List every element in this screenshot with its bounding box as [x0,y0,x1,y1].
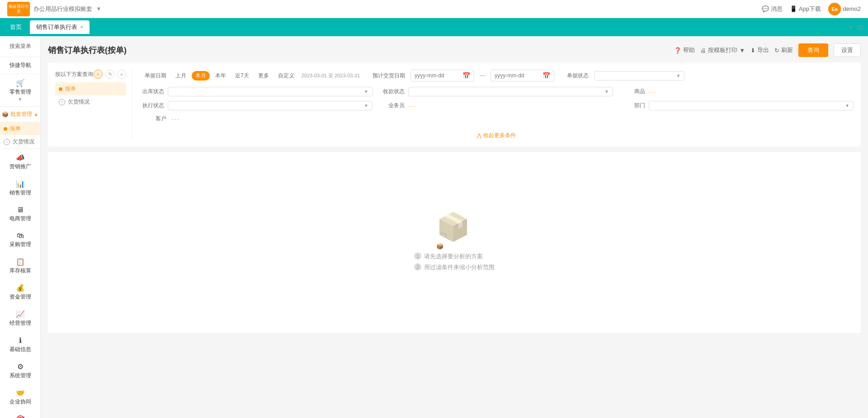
print-icon: 🖨 [700,47,706,54]
sidebar-sub-欠货情况[interactable]: ○ 欠货情况 [0,135,40,148]
active-dot [4,127,7,131]
window-close-button[interactable]: × [847,24,854,31]
empty-tips: 1 请先选择要分析的方案 2 用过滤条件来缩小分析范围 [414,252,495,274]
filter-left-title: 按以下方案查询 + ✎ « [55,70,126,79]
collapse-row: ⋀ 收起更多条件 [139,128,854,139]
add-scheme-button[interactable]: + [94,70,103,79]
status-chevron-icon: ▼ [676,73,680,78]
empty-tip-2: 2 用过滤条件来缩小分析范围 [414,263,495,271]
refresh-button[interactable]: ↻ 刷新 [774,46,793,54]
sidebar-item-quick-nav[interactable]: 快捷导航 [0,57,40,74]
purchase-icon: 🛍 [17,232,24,240]
sidebar-item-ecommerce[interactable]: 🖥 电商管理 [0,201,40,227]
payment-status-label: 收款状态 [380,88,405,95]
filter-row-3: 执行状态 ▼ 业务员 ··· 部门 [139,101,854,110]
sidebar-section-retail: 🛒 零售管理 ▼ [0,74,40,107]
empty-state: 📦 1 请先选择要分析的方案 2 用过滤条件来缩小分析范围 [48,152,861,333]
search-menu-button[interactable]: 搜索菜单 [4,40,37,53]
export-icon: ⬇ [750,47,755,54]
settings-button[interactable]: 设置 [834,43,861,57]
top-bar-title-arrow[interactable]: ▼ [96,5,102,12]
filter-row-date: 单据日期 上月 本月 本年 近7天 更多 自定义 2023-03-01 至 20… [139,70,854,81]
date-tab-custom[interactable]: 自定义 [274,71,298,81]
tab-close-icon[interactable]: × [80,24,83,30]
collapse-button[interactable]: ⋀ 收起更多条件 [477,132,516,139]
scheme-欠货情况[interactable]: ○ 欠货情况 [55,95,126,109]
sidebar-item-wholesale[interactable]: 📦 批发管理 ▲ [0,107,40,122]
sidebar-item-system[interactable]: ⚙ 系统管理 [0,358,40,384]
dept-chevron-icon: ▼ [845,103,849,108]
print-button[interactable]: 🖨 按模板打印 ▼ [700,46,745,54]
exec-chevron-icon: ▼ [364,103,368,108]
end-date-input[interactable] [495,72,540,79]
sidebar-item-finance[interactable]: 💰 资金管理 [0,279,40,305]
marketing-icon: 📣 [16,153,25,162]
finance-icon: 💰 [16,284,25,292]
scheme-按单[interactable]: 按单 [55,82,126,95]
sidebar-item-sales[interactable]: 📊 销售管理 [0,175,40,201]
message-icon: 💬 [762,5,769,12]
retail-icon: 🛒 [16,79,25,87]
stock-status-label: 出库状态 [139,88,164,95]
message-button[interactable]: 💬 消息 [762,5,783,13]
stock-status-select[interactable]: ▼ [168,87,373,96]
operations-icon: 📈 [16,310,25,318]
collapse-left-button[interactable]: « [117,70,126,79]
sidebar-section-wholesale: 📦 批发管理 ▲ 按单 ○ 欠货情况 [0,107,40,149]
sidebar-item-marketing[interactable]: 📣 营销推广 [0,149,40,175]
sales-icon: 📊 [16,180,25,188]
inventory-icon: 📋 [16,257,25,266]
sidebar-item-enterprise[interactable]: 🤝 企业协同 [0,384,40,410]
edit-scheme-button[interactable]: ✎ [105,70,114,79]
forecast-date-label: 预计交货日期 [373,72,405,80]
top-bar-title: 办公用品行业模拟账套 [33,5,92,13]
enterprise-icon: 🤝 [16,389,25,397]
tip-num-2: 2 [414,263,421,271]
date-tab-this-year[interactable]: 本年 [212,71,230,81]
sidebar-item-basic[interactable]: ℹ 基础信息 [0,332,40,358]
help-button[interactable]: ❓ 帮助 [674,46,695,54]
date-range-text: 2023-03-01 至 2023-03-31 [302,72,360,79]
sidebar-item-inventory[interactable]: 📋 库存核算 [0,253,40,279]
top-bar-right: 💬 消息 📱 App下载 Ea demo2 [762,3,861,15]
filter-left-icons: + ✎ « [94,70,126,79]
collapse-chevron-icon: ⋀ [477,133,481,139]
filter-cell-goods: 商品 ··· [620,87,854,96]
start-cal-icon[interactable]: 📅 [462,72,470,79]
filter-right-panel: 单据日期 上月 本月 本年 近7天 更多 自定义 2023-03-01 至 20… [132,70,854,139]
payment-status-select[interactable]: ▼ [408,87,613,96]
inactive-scheme-circle: ○ [59,99,65,105]
user-menu[interactable]: Ea demo2 [828,3,861,15]
salesperson-picker-button[interactable]: ··· [408,102,416,109]
newbie-icon: 🎯 [16,415,25,418]
wholesale-icon: 📦 [2,111,9,118]
status-select[interactable]: ▼ [594,71,684,81]
avatar: Ea [828,3,841,15]
customer-picker-button[interactable]: ··· [172,115,180,123]
start-date-input-box: 📅 [410,70,474,81]
date-tab-more[interactable]: 更多 [255,71,273,81]
date-tab-7days[interactable]: 近7天 [231,71,253,81]
date-tab-this-month[interactable]: 本月 [192,71,210,81]
main-layout: 搜索菜单 快捷导航 🛒 零售管理 ▼ 📦 批发管理 ▲ 按单 ○ [0,36,868,418]
window-restore-button[interactable]: ⊡ [857,24,864,31]
tab-home[interactable]: 首页 [4,20,28,34]
filter-card: 按以下方案查询 + ✎ « [48,62,861,147]
export-button[interactable]: ⬇ 导出 [750,46,769,54]
dept-select[interactable]: ▼ [649,101,854,110]
goods-picker-button[interactable]: ··· [649,88,657,95]
tab-sales-order[interactable]: 销售订单执行表 × [30,20,90,34]
content-area: 销售订单执行表(按单) ❓ 帮助 🖨 按模板打印 ▼ ⬇ 导出 ↻ 刷新 [41,36,868,418]
ecommerce-icon: 🖥 [17,206,24,214]
end-cal-icon[interactable]: 📅 [542,72,550,79]
start-date-input[interactable] [415,72,460,79]
sidebar-item-newbie[interactable]: 🎯 新手引导 [0,410,40,418]
app-download-button[interactable]: 📱 App下载 [790,5,821,13]
sidebar-item-retail[interactable]: 🛒 零售管理 ▼ [0,74,40,106]
sidebar-item-purchase[interactable]: 🛍 采购管理 [0,227,40,253]
sidebar-item-operations[interactable]: 📈 经营管理 [0,305,40,332]
exec-status-select[interactable]: ▼ [168,101,373,110]
date-tab-last-month[interactable]: 上月 [172,71,190,81]
sidebar-sub-按单[interactable]: 按单 [0,122,40,135]
search-button[interactable]: 查询 [798,43,828,57]
